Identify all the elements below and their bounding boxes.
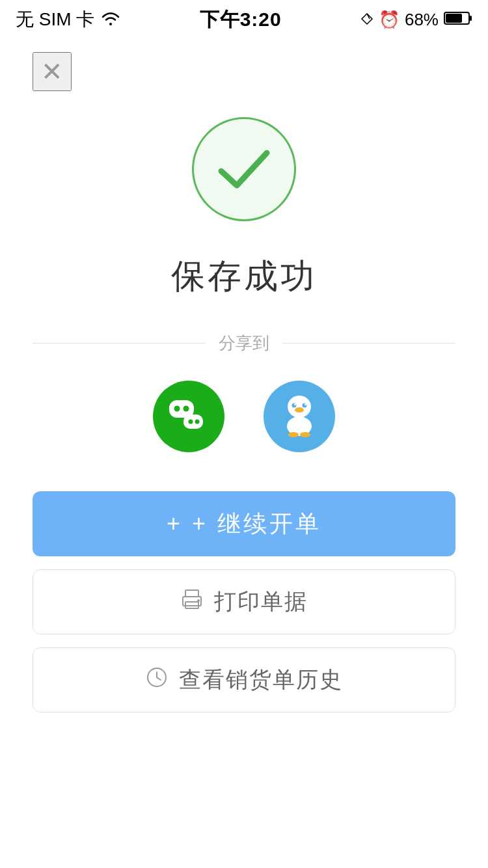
share-divider: 分享到 (33, 332, 455, 355)
svg-point-21 (197, 599, 200, 602)
svg-point-9 (288, 396, 311, 418)
qq-button[interactable] (264, 381, 335, 452)
svg-rect-18 (185, 590, 198, 597)
continue-order-label: + 继续开单 (192, 508, 321, 540)
close-button[interactable]: ✕ (33, 52, 72, 91)
battery-text: 68% (405, 10, 439, 30)
battery-icon (444, 10, 472, 30)
share-label: 分享到 (219, 332, 269, 355)
svg-point-8 (195, 419, 199, 424)
main-content: ✕ 保存成功 分享到 (0, 39, 488, 726)
share-icons (33, 381, 455, 452)
status-right: ⏰ 68% (360, 10, 472, 30)
svg-point-4 (174, 405, 180, 411)
svg-point-16 (288, 432, 299, 437)
history-icon (145, 666, 169, 694)
success-circle (192, 117, 296, 221)
plus-icon: + (167, 510, 182, 537)
svg-rect-2 (470, 16, 472, 21)
wifi-icon (101, 9, 120, 30)
status-bar: 无 SIM 卡 下午3:20 ⏰ 68% (0, 0, 488, 39)
wechat-button[interactable] (153, 381, 224, 452)
continue-order-button[interactable]: + + 继续开单 (33, 491, 455, 556)
qq-icon (280, 394, 319, 439)
action-buttons: + + 继续开单 打印单据 查看销货单 (33, 491, 455, 712)
svg-point-13 (305, 403, 306, 405)
svg-rect-6 (183, 414, 203, 429)
print-label: 打印单据 (214, 587, 308, 617)
status-time: 下午3:20 (200, 7, 282, 33)
success-title: 保存成功 (171, 254, 317, 299)
no-sim-text: 无 SIM 卡 (16, 7, 94, 32)
svg-point-5 (183, 405, 189, 411)
svg-point-12 (294, 403, 296, 405)
alarm-icon: ⏰ (379, 10, 400, 30)
wechat-icon (168, 399, 210, 435)
svg-point-7 (188, 419, 193, 424)
location-icon (360, 10, 373, 30)
checkmark-icon (215, 146, 273, 192)
status-left: 无 SIM 卡 (16, 7, 120, 32)
share-section: 分享到 (33, 332, 455, 452)
svg-rect-1 (446, 14, 462, 23)
history-button[interactable]: 查看销货单历史 (33, 647, 455, 712)
print-icon (180, 588, 204, 616)
svg-point-14 (295, 407, 304, 413)
history-label: 查看销货单历史 (179, 665, 343, 695)
svg-point-17 (300, 432, 310, 437)
print-button[interactable]: 打印单据 (33, 569, 455, 634)
close-icon: ✕ (41, 59, 63, 85)
